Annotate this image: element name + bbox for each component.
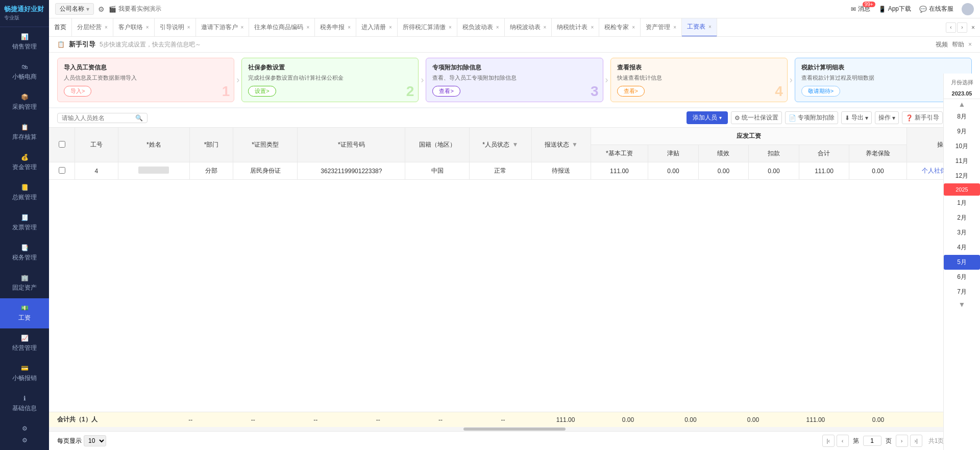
tab-guide[interactable]: 引导说明× (155, 18, 196, 37)
tab-close-icon[interactable]: × (187, 25, 190, 30)
first-page-button[interactable]: |‹ (822, 435, 835, 447)
scrollbar-thumb[interactable] (463, 428, 566, 431)
month-item-9[interactable]: 9月 (944, 124, 980, 139)
step-2-desc: 完成社保参数设置自动计算社保公积金 (248, 74, 412, 82)
tab-close-icon[interactable]: × (348, 25, 351, 30)
month-item-8[interactable]: 8月 (944, 109, 980, 124)
sidebar-item-reimbursement[interactable]: 💳小畅报销 (0, 359, 49, 389)
tab-customer[interactable]: 客户联络× (113, 18, 155, 37)
sidebar-item-basic-info[interactable]: ℹ基础信息 (0, 389, 49, 419)
export-button[interactable]: ⬇ 导出 ▾ (841, 111, 872, 124)
sidebar-item-ledger[interactable]: 📒总账管理 (0, 178, 49, 208)
horizontal-scrollbar[interactable] (49, 427, 980, 431)
row-checkbox[interactable] (59, 167, 65, 174)
month-item-2[interactable]: 2月 (944, 210, 980, 225)
app-download-button[interactable]: 📱 App下载 (878, 5, 911, 13)
sidebar-item-payroll[interactable]: 💵工资 (0, 298, 49, 328)
tab-close-icon[interactable]: × (105, 25, 108, 30)
sidebar-item-ecommerce[interactable]: 🛍小畅电商 (0, 57, 49, 87)
special-deduction-button[interactable]: 📄 专项附加扣除 (785, 111, 838, 124)
sidebar-item-tax[interactable]: 📑税务管理 (0, 238, 49, 268)
help-link[interactable]: 帮助 (952, 40, 964, 49)
settings-gear[interactable]: ⚙ (0, 431, 49, 450)
tab-close-icon[interactable]: × (673, 25, 676, 30)
tab-close-icon[interactable]: × (544, 25, 547, 30)
demo-link[interactable]: 🎬 我要看实例演示 (109, 5, 161, 13)
add-employee-button[interactable]: 添加人员 ▾ (687, 111, 728, 124)
sidebar-item-sales[interactable]: 📊销售管理 (0, 27, 49, 57)
tab-asset-mgmt[interactable]: 资产管理× (641, 18, 682, 37)
month-item-3[interactable]: 3月 (944, 225, 980, 240)
newbie-guide-button[interactable]: ❓ 新手引导 (902, 111, 943, 124)
tab-nav-left[interactable]: ‹ (946, 22, 956, 33)
tab-income-tax[interactable]: 所得税汇算清缴× (398, 18, 457, 37)
tab-layered-management[interactable]: 分层经营× (72, 18, 113, 37)
tab-close-icon[interactable]: × (146, 25, 149, 30)
tab-invite[interactable]: 邀请下游客户× (196, 18, 250, 37)
tab-close-icon[interactable]: × (632, 25, 635, 30)
sidebar-item-operations[interactable]: 📈经营管理 (0, 328, 49, 359)
month-item-7[interactable]: 7月 (944, 285, 980, 299)
message-button[interactable]: ✉ 消息 99+ (851, 5, 870, 13)
step-2-button[interactable]: 设置> (248, 86, 276, 97)
month-item-11[interactable]: 11月 (944, 154, 980, 169)
tab-close-icon[interactable]: × (449, 25, 452, 30)
tab-clearance[interactable]: 进入清册× (356, 18, 398, 37)
company-selector[interactable]: 公司名称 ▾ (55, 3, 94, 15)
tab-tax-burden[interactable]: 税负波动表× (457, 18, 505, 37)
guide-close-icon[interactable]: × (968, 41, 972, 48)
step-1-button[interactable]: 导入> (64, 86, 91, 97)
tab-tax-declare[interactable]: 税务申报× (315, 18, 356, 37)
status-filter-icon[interactable]: ▼ (512, 141, 518, 148)
sidebar-item-purchase[interactable]: 📦采购管理 (0, 87, 49, 117)
month-item-4[interactable]: 4月 (944, 240, 980, 255)
tab-close-icon[interactable]: × (241, 25, 244, 30)
personal-insurance-link[interactable]: 个人社保 (922, 167, 946, 174)
page-number-input[interactable] (863, 436, 881, 446)
month-item-1[interactable]: 1月 (944, 196, 980, 210)
sidebar-item-invoice[interactable]: 🧾发票管理 (0, 208, 49, 238)
tab-close-icon[interactable]: × (496, 25, 499, 30)
tab-product-code[interactable]: 往来单位商品编码× (249, 18, 315, 37)
sidebar-item-assets[interactable]: 🏢固定资产 (0, 268, 49, 298)
report-filter-icon[interactable]: ▼ (572, 141, 578, 148)
prev-page-button[interactable]: ‹ (837, 435, 849, 447)
tab-close-icon[interactable]: × (306, 25, 309, 30)
user-avatar[interactable] (962, 3, 974, 15)
month-item-10[interactable]: 10月 (944, 139, 980, 154)
tab-close-icon[interactable]: × (708, 24, 712, 30)
page-size-select[interactable]: 10 20 50 (84, 435, 106, 446)
tab-close-icon[interactable]: × (389, 25, 392, 30)
search-input[interactable] (62, 114, 133, 122)
tab-home[interactable]: 首页 (49, 18, 72, 37)
sidebar-item-system[interactable]: ⚙系统管理 (0, 419, 49, 431)
month-scroll-up-button[interactable]: ▲ (959, 99, 966, 109)
step-5-button[interactable]: 敬请期待> (801, 86, 840, 97)
sidebar-item-finance[interactable]: 💰资金管理 (0, 148, 49, 178)
last-page-button[interactable]: ›| (910, 435, 922, 447)
tab-close-icon[interactable]: × (591, 25, 594, 30)
social-insurance-settings-button[interactable]: ⚙ 统一社保设置 (731, 111, 782, 124)
video-link[interactable]: 视频 (936, 40, 948, 49)
select-all-checkbox[interactable] (59, 141, 65, 148)
operations-button[interactable]: 操作 ▾ (875, 111, 899, 124)
tab-payroll[interactable]: 工资表× (682, 18, 717, 37)
month-item-5-active[interactable]: 5月 (944, 255, 980, 270)
sidebar-item-inventory[interactable]: 📋库存核算 (0, 117, 49, 148)
month-item-year-2025[interactable]: 2025 (944, 183, 980, 196)
topbar-gear-icon[interactable]: ⚙ (98, 5, 105, 13)
tab-tax-stats[interactable]: 纳税统计表× (552, 18, 599, 37)
month-item-6[interactable]: 6月 (944, 270, 980, 285)
next-page-button[interactable]: › (896, 435, 908, 447)
guide-title: 新手引导 (69, 40, 95, 49)
close-all-tabs[interactable]: × (968, 24, 978, 31)
online-service-button[interactable]: 💬 在线客服 (919, 5, 953, 13)
step-4-button[interactable]: 查看> (617, 86, 645, 97)
month-scroll-down-button[interactable]: ▼ (959, 299, 966, 310)
tab-tax-expert[interactable]: 税检专家× (599, 18, 641, 37)
step-3-button[interactable]: 查看> (432, 86, 460, 97)
search-icon[interactable]: 🔍 (135, 114, 143, 122)
month-item-12[interactable]: 12月 (944, 169, 980, 183)
tab-nav-right[interactable]: › (957, 22, 967, 33)
tab-tax-fluctuation[interactable]: 纳税波动表× (505, 18, 552, 37)
